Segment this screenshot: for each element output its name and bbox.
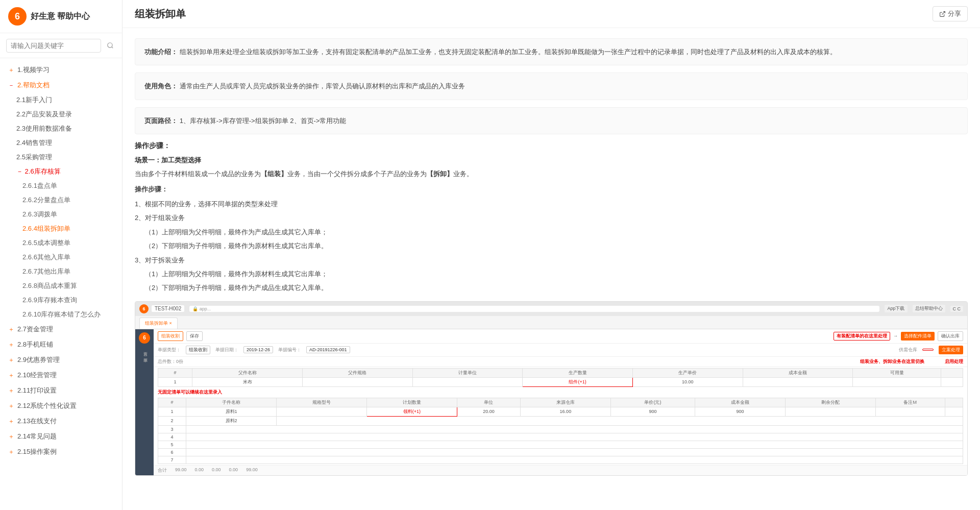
sidebar-item-faq[interactable]: ＋ 2.14常见问题	[0, 429, 122, 444]
sidebar-item-prepare[interactable]: 2.3使用前数据准备	[0, 122, 122, 136]
sidebar-item-other-in[interactable]: 2.6.6其他入库单	[0, 250, 122, 264]
share-icon	[939, 11, 946, 17]
screenshot-upper-th-price: 生产单价	[632, 368, 743, 377]
search-icon[interactable]	[104, 38, 116, 53]
screenshot-nav-tabs: 组装拆卸单 ×	[135, 316, 967, 329]
screenshot-footer-cost4: 99.00	[246, 467, 258, 474]
sidebar-item-stocktake[interactable]: 2.6.1盘点单	[0, 179, 122, 193]
step2-sub1: （1）上部明细为父件明细，最终作为产成品生成其它入库单；	[135, 226, 968, 238]
screenshot-upper-th-qty: 生产数量	[523, 368, 633, 377]
logo-char: 6	[15, 11, 20, 22]
screenshot-lower-th-unit: 单位	[457, 398, 520, 407]
screenshot-annotation4: 无固定清单可以继续在这里录入	[158, 390, 222, 395]
step3: 3、对于拆装业务	[135, 254, 968, 266]
sidebar-item-docs-label: 2.帮助文档	[17, 81, 50, 90]
screenshot-btn-save[interactable]: 保存	[186, 331, 203, 341]
share-button[interactable]: 分享	[933, 6, 968, 21]
search-input[interactable]	[6, 39, 101, 53]
sidebar-item-finance-label: 2.7资金管理	[17, 325, 53, 334]
plus-icon7: ＋	[8, 402, 14, 410]
screenshot-toolbar: 组装收割 保存 有装配清单的在这里处理 → 选择配件清单 确认出库	[154, 329, 967, 344]
path-text: 1、库存核算->库存管理->组装拆卸单 2、首页->常用功能	[180, 117, 347, 125]
main-content: 组装拆卸单 分享 功能介绍： 组装拆卸单用来处理企业组装或拆卸等加工业务，支持有…	[122, 0, 980, 510]
sidebar-item-docs[interactable]: － 2.帮助文档	[0, 78, 122, 93]
sidebar-item-inventory[interactable]: － 2.6库存核算	[0, 164, 122, 179]
sidebar-item-transfer[interactable]: 2.6.3调拨单	[0, 207, 122, 222]
sidebar-item-assembly[interactable]: 2.6.4组装拆卸单	[0, 222, 122, 236]
sidebar-item-install[interactable]: 2.2产品安装及登录	[0, 107, 122, 122]
screenshot-lower-row5: 5	[158, 441, 963, 448]
minus-icon: －	[8, 81, 14, 90]
screenshot-form-label4: 供需仓库	[899, 347, 917, 353]
screenshot-annotation3: 启用处理	[945, 358, 963, 365]
screenshot-btn-confirm[interactable]: 确认出库	[938, 331, 963, 341]
screenshot-form: 单据类型： 组装收割 单据日期： 2019-12-26 单据编号： AD-201…	[154, 344, 967, 357]
screenshot-cc-link: C C	[950, 306, 964, 312]
svg-line-1	[111, 47, 113, 48]
screenshot-upper-row1: 1 米布 组件(+1) 10.00	[158, 377, 963, 386]
screenshot-footer-total: 99.00	[175, 467, 187, 474]
screenshot-annotation4-wrap: 无固定清单可以继续在这里录入	[154, 388, 967, 397]
logo-text: 好生意 帮助中心	[31, 11, 90, 22]
sidebar-item-ledger-query[interactable]: 2.6.9库存账本查询	[0, 293, 122, 307]
screenshot-footer-label: 合计	[158, 467, 167, 474]
screenshot-lower-th-name: 子件名称	[186, 398, 277, 407]
screenshot-main: 组装收割 保存 有装配清单的在这里处理 → 选择配件清单 确认出库 单据类型： …	[154, 329, 967, 475]
screenshot-btn-type[interactable]: 组装收割	[158, 331, 183, 341]
screenshot-lower-th-cost: 成本金额	[695, 398, 785, 407]
path-block: 页面路径： 1、库存核算->库存管理->组装拆卸单 2、首页->常用功能	[135, 107, 968, 134]
sidebar-item-ledger-fix[interactable]: 2.6.10库存账本错了怎么办	[0, 307, 122, 322]
screenshot-form-label1: 单据类型：	[158, 347, 181, 353]
screenshot-help-link: 总结帮助中心	[913, 305, 945, 312]
screenshot-lower-row3: 3	[158, 425, 963, 433]
sidebar-item-cases-label: 2.15操作案例	[17, 447, 57, 456]
intro-label: 功能介绍：	[144, 48, 178, 56]
screenshot-upper-th-unit: 计量单位	[412, 368, 523, 377]
screenshot-lower-th-num: #	[158, 398, 186, 407]
logo-bar: 6 好生意 帮助中心	[0, 0, 122, 33]
sidebar-item-finance[interactable]: ＋ 2.7资金管理	[0, 322, 122, 337]
sidebar-item-cost-adjust[interactable]: 2.6.5成本调整单	[0, 236, 122, 250]
sidebar-item-sales[interactable]: 2.4销售管理	[0, 136, 122, 150]
step1: 1、根据不同的业务，选择不同单据的类型来处理	[135, 198, 968, 210]
screenshot-browser-id: TEST-H002	[152, 305, 184, 312]
ops-title: 操作步骤：	[135, 141, 968, 151]
intro-block: 功能介绍： 组装拆卸单用来处理企业组装或拆卸等加工业务，支持有固定装配清单的产品…	[135, 38, 968, 65]
sidebar-item-payment[interactable]: ＋ 2.13在线支付	[0, 414, 122, 429]
screenshot-arrow1: →	[893, 333, 898, 338]
screenshot-btn-bom[interactable]: 选择配件清单	[901, 332, 935, 341]
screenshot-warehouse-input[interactable]	[922, 349, 934, 351]
screenshot-lower-th-price: 单价(元)	[610, 398, 695, 407]
sidebar-item-videos[interactable]: ＋ 1.视频学习	[0, 62, 122, 78]
screenshot-lower-th-remark: 备注M	[875, 398, 945, 407]
sidebar-item-settings-label: 2.12系统个性化设置	[17, 401, 77, 410]
screenshot-lower-row2: 2 原料2	[158, 416, 963, 425]
screenshot-topbar: 6 TEST-H002 🔒 app... App下载 总结帮助中心 C C	[135, 302, 967, 316]
sidebar-item-cases[interactable]: ＋ 2.15操作案例	[0, 444, 122, 459]
sidebar-item-purchase[interactable]: 2.5采购管理	[0, 150, 122, 164]
sidebar-item-operation[interactable]: ＋ 2.10经营管理	[0, 368, 122, 383]
role-text: 通常由生产人员或库管人员完成拆装业务的操作，库管人员确认原材料的出库和产成品的入…	[180, 82, 465, 90]
plus-icon6: ＋	[8, 386, 14, 395]
plus-icon10: ＋	[8, 448, 14, 456]
sidebar-item-payment-label: 2.13在线支付	[17, 417, 57, 426]
sidebar-item-settings[interactable]: ＋ 2.12系统个性化设置	[0, 398, 122, 414]
sidebar-item-videos-label: 1.视频学习	[17, 65, 50, 75]
sidebar-item-cost-recalc[interactable]: 2.6.8商品成本重算	[0, 279, 122, 293]
sidebar-item-other-out[interactable]: 2.6.7其他出库单	[0, 264, 122, 279]
role-block: 使用角色： 通常由生产人员或库管人员完成拆装业务的操作，库管人员确认原材料的出库…	[135, 72, 968, 100]
screenshot-upper-table: # 父件名称 父件规格 计量单位 生产数量 生产单价 成本金额 可用量	[158, 368, 963, 387]
screenshot-annotation1: 有装配清单的在这里处理	[834, 332, 890, 341]
screenshot-logo: 6	[139, 304, 149, 313]
screenshot-footer: 合计 99.00 0.00 0.00 0.00 99.00	[154, 465, 967, 475]
scene1-desc: 当由多个子件材料组装成一个成品的业务为【组装】业务，当由一个父件拆分成多个子产品…	[135, 168, 968, 180]
screenshot-subinfo: 总件数：0份 组装业务、拆卸业务在这里切换 启用处理	[154, 357, 967, 367]
sidebar-item-coupon[interactable]: ＋ 2.9优惠券管理	[0, 352, 122, 368]
screenshot-lower-table-wrap: # 子件名称 规格型号 计划数量 单位 来源仓库 单价(元) 成本金额 剩余分配	[154, 397, 967, 465]
screenshot-btn-apply[interactable]: 立案处理	[939, 346, 963, 354]
sidebar-item-partial-stocktake[interactable]: 2.6.2分量盘点单	[0, 193, 122, 207]
sidebar-item-newbie[interactable]: 2.1新手入门	[0, 93, 122, 107]
step2-sub2: （2）下部明细为子件明细，最终作为原材料生成其它出库单。	[135, 240, 968, 252]
sidebar-item-print[interactable]: ＋ 2.11打印设置	[0, 383, 122, 398]
sidebar-item-mobile[interactable]: ＋ 2.8手机旺铺	[0, 337, 122, 352]
